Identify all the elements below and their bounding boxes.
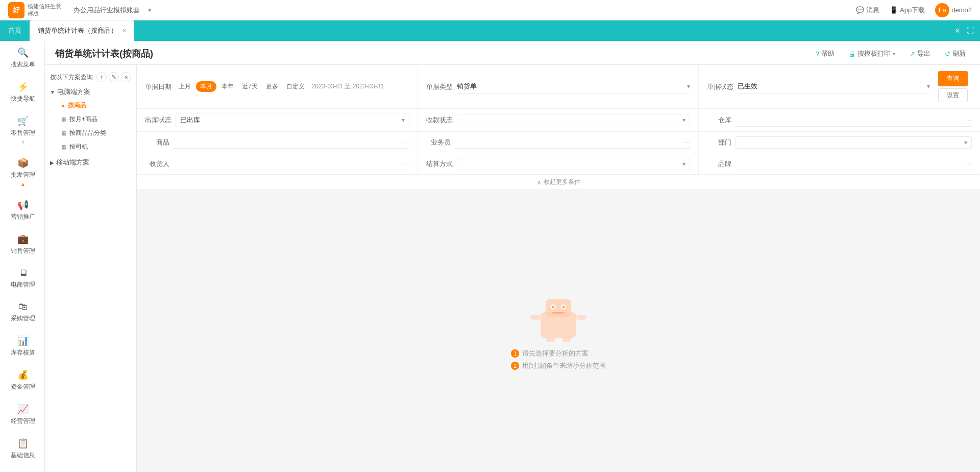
tree-pc-arrow: ▼: [50, 89, 55, 95]
dropdown-icon[interactable]: ▾: [148, 6, 152, 14]
payment-chevron: ▾: [682, 116, 685, 124]
sidebar-item-marketing[interactable]: 📢 营销推广: [0, 193, 44, 227]
filter-cell-payment: 收款状态 ▾: [418, 109, 699, 131]
sidebar-item-operations[interactable]: 📈 经营管理: [0, 397, 44, 432]
finance-icon: 💰: [17, 369, 29, 381]
collapse-panel-btn[interactable]: «: [121, 72, 131, 82]
close-window-btn[interactable]: ✕: [952, 26, 963, 36]
receiver-input[interactable]: ···: [174, 157, 409, 170]
sidebar-item-ecommerce[interactable]: 🖥 电商管理: [0, 262, 44, 295]
user-menu[interactable]: Ea demo2: [935, 3, 972, 17]
tree-item-by-goods[interactable]: ● 按商品: [45, 99, 136, 112]
docstatus-label: 单据状态: [707, 82, 738, 91]
maximize-window-btn[interactable]: ⛶: [965, 26, 976, 36]
add-scheme-btn[interactable]: +: [96, 72, 107, 82]
doctype-value: 销货单: [457, 82, 477, 91]
paymethod-select[interactable]: ▾: [457, 158, 691, 170]
date-more[interactable]: 更多: [263, 81, 281, 92]
sidebar-item-retail[interactable]: 🛒 零售管理 ▼: [0, 109, 44, 151]
tree-item-by-month-goods[interactable]: ▦ 按月+商品: [45, 112, 136, 126]
sidebar-marketing-label: 营销推广: [11, 213, 35, 221]
tree-item-icon: ●: [61, 102, 65, 109]
sidebar-item-finance[interactable]: 💰 资金管理: [0, 363, 44, 397]
step1-text: 请先选择要分析的方案: [522, 349, 589, 358]
page-header: 销货单统计计表(按商品) ? 帮助 🖨 按模板打印 ▾ ↗ 导出 ↺ 刷新: [45, 41, 980, 65]
empty-step1: 1 请先选择要分析的方案: [511, 349, 605, 358]
date-custom[interactable]: 自定义: [283, 81, 308, 92]
help-btn[interactable]: ? 帮助: [812, 47, 839, 60]
doctype-chevron: ▾: [687, 83, 690, 90]
sidebar-retail-label: 零售管理: [11, 129, 35, 137]
tree-mobile-label: 移动端方案: [56, 158, 89, 167]
docstatus-select[interactable]: 已生效 ▾: [738, 80, 930, 93]
tabbar: 首页 销货单统计计表（按商品） × ✕ ⛶: [0, 20, 980, 41]
tab-home[interactable]: 首页: [0, 20, 30, 41]
tree-item-label: 按商品: [68, 101, 86, 110]
payment-select[interactable]: ▾: [457, 114, 691, 126]
app-download-btn[interactable]: 📱 App下载: [890, 6, 925, 15]
dept-select[interactable]: ▾: [736, 136, 972, 149]
date-last7[interactable]: 近7天: [239, 81, 261, 92]
export-btn[interactable]: ↗ 导出: [905, 47, 935, 60]
settings-btn[interactable]: 设置: [938, 88, 968, 102]
outstock-select[interactable]: 已出库 ▾: [176, 113, 409, 127]
tab-close-btn[interactable]: ×: [122, 27, 126, 34]
query-btn[interactable]: 查询: [938, 71, 968, 86]
brand-dots: ···: [966, 159, 972, 168]
date-this-year[interactable]: 本年: [218, 81, 237, 92]
sidebar-item-system[interactable]: ⚙ 系统管理: [0, 466, 44, 472]
print-dropdown-icon[interactable]: ▾: [893, 51, 895, 57]
doctype-label: 单据类型: [426, 82, 457, 91]
svg-rect-6: [552, 312, 565, 314]
inventory-icon: 📊: [17, 335, 29, 346]
goods-input[interactable]: ···: [174, 136, 409, 149]
warehouse-input[interactable]: ···: [736, 114, 972, 127]
filter-cell-date: 单据日期 上月 本月 本年 近7天 更多 自定义 2023-03-01 至 20…: [137, 65, 418, 108]
refresh-btn[interactable]: ↺ 刷新: [941, 47, 970, 60]
brand-input[interactable]: ···: [736, 157, 972, 170]
sidebar-wholesale-label: 批发管理: [11, 171, 35, 179]
sidebar-item-quicknav[interactable]: ⚡ 快捷导航: [0, 75, 44, 109]
svg-rect-9: [530, 315, 541, 320]
step2-num: 2: [511, 362, 519, 370]
date-this-month[interactable]: 本月: [196, 81, 216, 92]
sidebar-operations-label: 经营管理: [11, 417, 35, 426]
date-last-month[interactable]: 上月: [176, 81, 194, 92]
tab-active[interactable]: 销货单统计计表（按商品） ×: [30, 20, 134, 41]
receiver-dots: ···: [403, 159, 409, 168]
salesman-label: 业务员: [426, 138, 455, 147]
filter-panel: 单据日期 上月 本月 本年 近7天 更多 自定义 2023-03-01 至 20…: [137, 65, 980, 190]
filter-cell-warehouse: 仓库 ···: [699, 109, 980, 131]
svg-rect-7: [546, 337, 555, 342]
doctype-select[interactable]: 销货单 ▾: [457, 80, 691, 93]
sidebar-item-inventory[interactable]: 📊 库存核算: [0, 329, 44, 363]
tab-active-label: 销货单统计计表（按商品）: [38, 26, 117, 35]
tree-item-by-category[interactable]: ▦ 按商品品分类: [45, 126, 136, 140]
sidebar-item-purchase[interactable]: 🛍 采购管理: [0, 295, 44, 329]
left-panel: 按以下方案查询 + ✎ « ▼ 电脑端方案 ● 按商品 ▦: [45, 65, 137, 472]
salesman-input[interactable]: ···: [455, 136, 691, 149]
sidebar-item-wholesale[interactable]: 📦 批发管理 ▲: [0, 151, 44, 193]
tree-group-mobile[interactable]: ▶ 移动端方案: [45, 156, 136, 169]
sidebar-item-search[interactable]: 🔍 搜索菜单: [0, 41, 44, 75]
help-label: 帮助: [821, 49, 835, 58]
content-area: 销货单统计计表(按商品) ? 帮助 🖨 按模板打印 ▾ ↗ 导出 ↺ 刷新: [45, 41, 980, 472]
message-btn[interactable]: 💬 消息: [856, 6, 879, 15]
print-label: 按模板打印: [857, 49, 891, 58]
outstock-value: 已出库: [180, 115, 200, 125]
print-btn[interactable]: 🖨 按模板打印 ▾: [845, 47, 899, 60]
collapse-btn[interactable]: ∧ 收起更多条件: [137, 175, 980, 190]
svg-rect-8: [562, 337, 571, 342]
sidebar-item-sales[interactable]: 💼 销售管理: [0, 227, 44, 262]
svg-point-4: [552, 306, 554, 309]
empty-text: 1 请先选择要分析的方案 2 用[过滤]条件来缩小分析范围: [511, 349, 605, 370]
outstock-chevron: ▾: [402, 116, 405, 124]
filter-cell-doctype: 单据类型 销货单 ▾: [418, 65, 699, 108]
wholesale-icon: 📦: [17, 157, 29, 169]
refresh-icon: ↺: [945, 50, 950, 58]
sidebar-search-label: 搜索菜单: [11, 60, 35, 69]
tree-group-pc[interactable]: ▼ 电脑端方案: [45, 85, 136, 99]
edit-scheme-btn[interactable]: ✎: [109, 72, 119, 82]
tree-item-by-driver[interactable]: ▦ 按司机: [45, 140, 136, 154]
sidebar-item-basic[interactable]: 📋 基础信息: [0, 432, 44, 466]
